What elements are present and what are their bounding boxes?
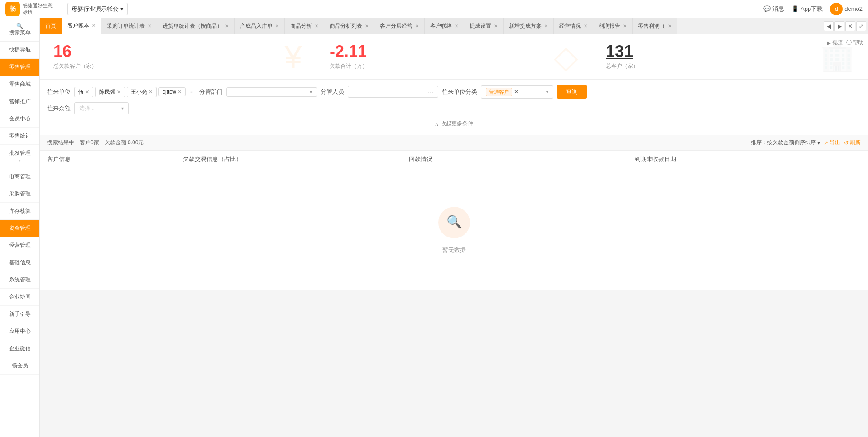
branch-person-select[interactable]: ··· <box>348 86 438 98</box>
tab-maximize-button[interactable]: ⤢ <box>856 21 866 31</box>
content-area: 首页 客户账本 ✕ 采购订单统计表 ✕ 进货单统计表（按商品） ✕ 产成品入库单… <box>40 18 868 437</box>
sort-label: 排序：按欠款金额倒序排序 <box>751 139 816 147</box>
sidebar: 🔍 搜索菜单 快捷导航 零售管理 零售商城 营销推广 会员中心 零售统计 批发管… <box>0 18 40 437</box>
close-icon[interactable]: ✕ <box>415 24 419 28</box>
tab-product-analysis-list[interactable]: 商品分析列表 ✕ <box>324 18 374 34</box>
sidebar-item-retail-mall[interactable]: 零售商城 <box>0 76 39 93</box>
filter-tag-4[interactable]: cjttcw ✕ <box>158 87 186 96</box>
close-icon[interactable]: ✕ <box>315 24 318 28</box>
tag-remove-icon[interactable]: ✕ <box>149 89 153 95</box>
tab-customer-tier[interactable]: 客户分层经营 ✕ <box>374 18 425 34</box>
sidebar-item-base-info[interactable]: 基础信息 <box>0 254 39 271</box>
close-icon[interactable]: ✕ <box>92 23 96 28</box>
tab-promotion-settings[interactable]: 提成设置 ✕ <box>464 18 504 34</box>
sidebar-item-retail-mgmt[interactable]: 零售管理 <box>0 59 39 76</box>
store-balance-label: 往来余额 <box>47 104 71 113</box>
tab-customer-contact[interactable]: 客户联络 ✕ <box>425 18 464 34</box>
tab-purchase-stats[interactable]: 进货单统计表（按商品） ✕ <box>157 18 235 34</box>
close-icon[interactable]: ✕ <box>148 24 151 28</box>
sidebar-item-purchase-mgmt[interactable]: 采购管理 <box>0 185 39 203</box>
message-button[interactable]: 💬 消息 <box>763 5 784 13</box>
collapse-button[interactable]: ∧ 收起更多条件 <box>47 118 861 129</box>
logo-icon: 畅 <box>5 2 20 16</box>
sidebar-item-enterprise-collab[interactable]: 企业协同 <box>0 289 39 306</box>
refresh-button[interactable]: ↺ 刷新 <box>844 139 861 147</box>
sidebar-search[interactable]: 🔍 搜索菜单 <box>0 18 39 42</box>
sidebar-item-quick-nav[interactable]: 快捷导航 <box>0 42 39 59</box>
tab-close-all-button[interactable]: ✕ <box>845 21 855 31</box>
sidebar-item-enterprise-wechat[interactable]: 企业微信 <box>0 340 39 357</box>
chevron-down-icon: ▾ <box>310 90 312 95</box>
filter-more-indicator[interactable]: ··· <box>187 88 196 96</box>
video-button[interactable]: ▶ 视频 <box>827 39 843 47</box>
category-tag-remove-icon[interactable]: ✕ <box>514 89 518 95</box>
filter-tag-1[interactable]: 伍 ✕ <box>74 87 93 97</box>
credit-amount-total: 欠款金额 0.00元 <box>105 139 144 147</box>
tab-home[interactable]: 首页 <box>40 18 62 34</box>
stats-section: ¥ 16 总欠款客户（家） ◇ -2.11 欠款合计（万） 🏢 <box>40 34 868 80</box>
tab-profit-report[interactable]: 利润报告 ✕ <box>593 18 633 34</box>
sidebar-item-app-center[interactable]: 应用中心 <box>0 323 39 340</box>
tab-purchase-order[interactable]: 采购订单统计表 ✕ <box>101 18 157 34</box>
th-credit-info: 欠款交易信息（占比） <box>183 155 409 163</box>
sort-button[interactable]: 排序：按欠款金额倒序排序 ▾ <box>751 139 820 147</box>
message-icon: 💬 <box>763 5 771 12</box>
store-selector[interactable]: 母婴行业演示帐套 ▾ <box>67 3 128 15</box>
close-icon[interactable]: ✕ <box>494 24 498 28</box>
th-repayment: 回款情况 <box>409 155 635 163</box>
filter-tag-3[interactable]: 王小亮 ✕ <box>127 87 157 97</box>
sidebar-item-ecommerce[interactable]: 电商管理 <box>0 168 39 185</box>
stat-card-credit-total: ◇ -2.11 欠款合计（万） <box>316 34 592 79</box>
sidebar-item-marketing[interactable]: 营销推广 <box>0 93 39 110</box>
tab-retail-profit[interactable]: 零售利润（ ✕ <box>633 18 677 34</box>
export-button[interactable]: ↗ 导出 <box>824 139 840 147</box>
tab-production-in[interactable]: 产成品入库单 ✕ <box>235 18 285 34</box>
empty-icon: 🔍 <box>436 204 472 241</box>
query-button[interactable]: 查询 <box>557 85 587 99</box>
tab-customer-book[interactable]: 客户账本 ✕ <box>62 18 101 34</box>
store-balance-select[interactable]: 选择... ▾ <box>74 102 129 114</box>
total-customers-value: 131 <box>606 43 854 60</box>
ellipsis-icon[interactable]: ··· <box>428 88 433 95</box>
stat-card-credit-customers: ¥ 16 总欠款客户（家） <box>40 34 316 79</box>
tab-product-analysis[interactable]: 商品分析 ✕ <box>285 18 324 34</box>
filter-tag-2[interactable]: 陈民强 ✕ <box>95 87 125 97</box>
play-icon: ▶ <box>827 40 831 46</box>
sidebar-item-member-center[interactable]: 会员中心 <box>0 110 39 128</box>
tag-remove-icon[interactable]: ✕ <box>177 89 182 95</box>
tab-prev-button[interactable]: ◀ <box>824 21 834 31</box>
close-icon[interactable]: ✕ <box>225 24 229 28</box>
close-icon[interactable]: ✕ <box>668 24 671 28</box>
chevron-down-icon: ▾ <box>120 5 124 12</box>
close-icon[interactable]: ✕ <box>584 24 587 28</box>
close-icon[interactable]: ✕ <box>455 24 458 28</box>
branch-dept-label: 分管部门 <box>199 88 223 96</box>
close-icon[interactable]: ✕ <box>544 24 548 28</box>
app-download-button[interactable]: 📱 App下载 <box>791 5 823 13</box>
close-icon[interactable]: ✕ <box>623 24 627 28</box>
tab-new-promotion-plan[interactable]: 新增提成方案 ✕ <box>504 18 554 34</box>
help-button[interactable]: ⓘ 帮助 <box>846 39 863 47</box>
user-avatar-area[interactable]: d demo2 <box>830 3 863 15</box>
tab-operations[interactable]: 经营情况 ✕ <box>554 18 593 34</box>
sidebar-item-inventory[interactable]: 库存核算 <box>0 203 39 220</box>
store-unit-category-select[interactable]: 普通客户 ✕ ▾ <box>481 86 553 99</box>
chevron-down-icon: ▾ <box>817 140 820 146</box>
branch-dept-select[interactable]: ▾ <box>226 87 317 97</box>
tab-next-button[interactable]: ▶ <box>834 21 844 31</box>
sidebar-item-wholesale-mgmt[interactable]: 批发管理 ▾ <box>0 145 39 168</box>
close-icon[interactable]: ✕ <box>275 24 279 28</box>
sidebar-item-system-mgmt[interactable]: 系统管理 <box>0 271 39 289</box>
sidebar-item-retail-stats[interactable]: 零售统计 <box>0 128 39 145</box>
search-result-count: 搜索结果中，客户0家 <box>47 139 99 147</box>
tag-remove-icon[interactable]: ✕ <box>85 89 89 95</box>
close-icon[interactable]: ✕ <box>365 24 369 28</box>
sidebar-item-operations-mgmt[interactable]: 经营管理 <box>0 237 39 254</box>
avatar: d <box>830 3 843 15</box>
logo-area: 畅 畅捷通好生意 标版 <box>5 2 53 16</box>
tag-remove-icon[interactable]: ✕ <box>117 89 121 95</box>
empty-state: 🔍 暂无数据 <box>40 168 868 290</box>
sidebar-item-new-guide[interactable]: 新手引导 <box>0 306 39 323</box>
sidebar-item-capital-mgmt[interactable]: 资金管理 <box>0 220 39 237</box>
sidebar-item-vip-member[interactable]: 畅会员 <box>0 357 39 375</box>
